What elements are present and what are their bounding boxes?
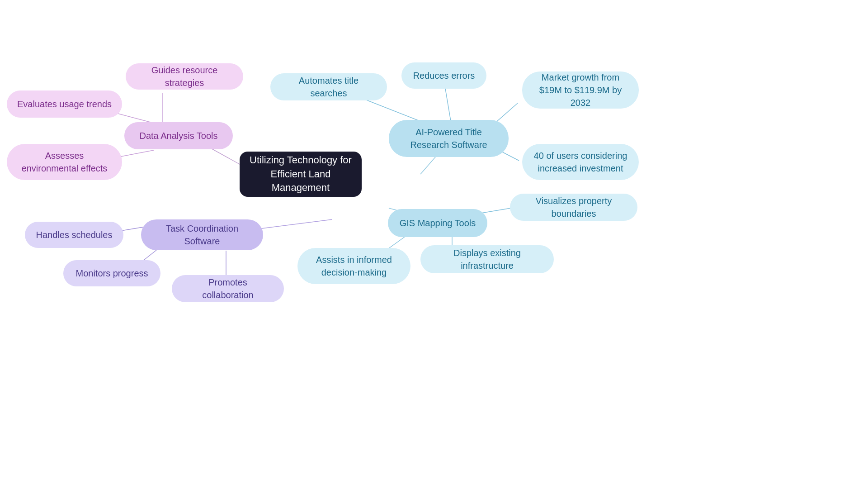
task-coord-node: Task Coordination Software [141, 219, 263, 250]
data-analysis-node: Data Analysis Tools [124, 122, 233, 149]
displays-infra-node: Displays existing infrastructure [420, 245, 554, 273]
forty-users-node: 40 of users considering increased invest… [522, 144, 639, 180]
visualizes-prop-node: Visualizes property boundaries [510, 194, 637, 221]
assists-decision-node: Assists in informed decision-making [297, 248, 410, 284]
guides-resource-node: Guides resource strategies [126, 63, 243, 90]
monitors-progress-node: Monitors progress [63, 260, 160, 286]
center-node: Utilizing Technology for Efficient Land … [240, 152, 362, 197]
reduces-errors-node: Reduces errors [401, 62, 486, 89]
handles-schedules-node: Handles schedules [25, 222, 123, 248]
automates-title-node: Automates title searches [270, 73, 387, 100]
ai-title-node: AI-Powered Title Research Software [389, 120, 509, 157]
gis-mapping-node: GIS Mapping Tools [388, 209, 487, 237]
svg-line-7 [359, 97, 420, 121]
promotes-collab-node: Promotes collaboration [172, 275, 284, 302]
assesses-env-node: Assesses environmental effects [7, 144, 122, 180]
market-growth-node: Market growth from $19M to $119.9M by 20… [522, 71, 639, 109]
evaluates-usage-node: Evaluates usage trends [7, 90, 122, 118]
